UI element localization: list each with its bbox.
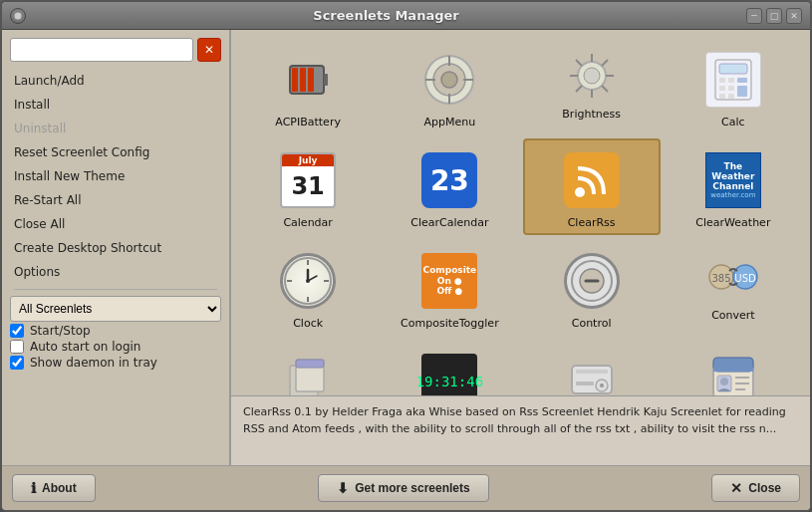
search-clear-button[interactable]: ✕ — [197, 38, 221, 62]
svg-line-19 — [576, 60, 582, 66]
get-more-label: Get more screenlets — [355, 481, 469, 495]
screenlet-calc[interactable]: Calc — [665, 38, 802, 134]
clock-label: Clock — [293, 317, 323, 330]
close-label: Close — [748, 481, 781, 495]
dropdown-row: All Screenlets Running Screenlets — [6, 296, 225, 322]
clearcalendar-label: ClearCalendar — [410, 216, 488, 229]
close-icon: ✕ — [730, 480, 742, 496]
appmenu-label: AppMenu — [424, 116, 476, 128]
screenlet-clearcalendar[interactable]: 23 ClearCalendar — [381, 138, 518, 235]
svg-rect-5 — [308, 68, 314, 92]
window-title: Screenlets Manager — [26, 8, 746, 23]
svg-rect-26 — [728, 78, 734, 83]
sidebar-item-close-all[interactable]: Close All — [6, 213, 225, 235]
clearcalendar-icon: 23 — [417, 148, 481, 212]
svg-rect-25 — [719, 78, 725, 83]
brightness-label: Brightness — [562, 108, 621, 121]
description-area: ClearRss 0.1 by Helder Fraga aka Whise b… — [231, 395, 810, 465]
svg-rect-4 — [300, 68, 306, 92]
svg-point-0 — [14, 12, 22, 20]
svg-rect-32 — [728, 94, 734, 99]
sidebar-item-options[interactable]: Options — [6, 261, 225, 283]
compositetoggler-icon: Composite On ● Off ● — [417, 249, 481, 313]
clock-icon — [276, 249, 340, 313]
get-more-icon: ⬇ — [337, 480, 349, 496]
start-stop-label[interactable]: Start/Stop — [30, 324, 91, 338]
screenlet-control[interactable]: Control — [523, 239, 661, 336]
screenlet-clearrss[interactable]: ClearRss — [523, 138, 661, 235]
convert-icon: 385 USD — [705, 249, 761, 305]
close-window-button[interactable]: ✕ — [786, 8, 802, 24]
digiclock-icon: 19:31:46 — [417, 350, 481, 395]
about-button[interactable]: ℹ About — [12, 474, 96, 502]
titlebar-controls-right: ─ □ ✕ — [746, 8, 802, 24]
start-stop-row: Start/Stop — [6, 324, 225, 338]
maximize-button[interactable]: □ — [766, 8, 782, 24]
titlebar-controls-left — [10, 8, 26, 24]
sidebar-item-create-shortcut[interactable]: Create Desktop Shortcut — [6, 237, 225, 259]
screenlet-calendar[interactable]: July 31 Calendar — [239, 138, 377, 235]
svg-line-22 — [576, 86, 582, 92]
evolutioncontacts-icon — [705, 350, 761, 395]
about-icon: ℹ — [31, 480, 36, 496]
svg-point-62 — [720, 378, 728, 385]
screenlet-evolutioncontacts[interactable]: EvolutionContacts — [665, 340, 802, 395]
diskusage-icon — [564, 350, 620, 395]
titlebar: Screenlets Manager ─ □ ✕ — [2, 2, 810, 30]
get-more-button[interactable]: ⬇ Get more screenlets — [318, 474, 488, 502]
clearweather-label: ClearWeather — [695, 216, 770, 229]
svg-point-8 — [441, 72, 457, 88]
svg-point-34 — [575, 187, 585, 197]
show-daemon-label[interactable]: Show daemon in tray — [30, 356, 157, 370]
start-stop-checkbox[interactable] — [10, 324, 24, 338]
svg-point-42 — [306, 279, 310, 283]
svg-rect-30 — [737, 86, 747, 97]
screenlet-copystack[interactable]: CopyStack — [239, 340, 377, 395]
clearrss-label: ClearRss — [568, 216, 616, 229]
sidebar-item-reset-config[interactable]: Reset Screenlet Config — [6, 141, 225, 163]
screenlet-convert[interactable]: 385 USD Convert — [665, 239, 802, 336]
copystack-icon — [280, 350, 336, 395]
calendar-icon: July 31 — [276, 148, 340, 212]
control-label: Control — [572, 317, 612, 330]
svg-rect-52 — [296, 360, 324, 368]
appmenu-icon — [417, 48, 481, 112]
screenlet-acpibattery[interactable]: ACPIBattery — [239, 38, 377, 134]
close-button[interactable]: ✕ Close — [711, 474, 800, 502]
screenlet-compositetoggler[interactable]: Composite On ● Off ● CompositeToggler — [381, 239, 518, 336]
screenlets-dropdown[interactable]: All Screenlets Running Screenlets — [10, 296, 221, 322]
right-panel: ACPIBattery — [231, 30, 810, 465]
calendar-label: Calendar — [283, 216, 332, 229]
svg-text:385: 385 — [711, 273, 730, 284]
sidebar-item-install-theme[interactable]: Install New Theme — [6, 165, 225, 187]
screenlet-appmenu[interactable]: AppMenu — [381, 38, 518, 134]
sidebar-item-restart-all[interactable]: Re-Start All — [6, 189, 225, 211]
auto-start-row: Auto start on login — [6, 340, 225, 354]
svg-rect-54 — [576, 370, 608, 374]
svg-rect-2 — [324, 74, 328, 86]
minimize-button[interactable]: ─ — [746, 8, 762, 24]
screenlet-digiclock[interactable]: 19:31:46 DigiClock — [381, 340, 518, 395]
show-daemon-checkbox[interactable] — [10, 356, 24, 370]
screenlet-clock[interactable]: Clock — [239, 239, 377, 336]
control-icon — [560, 249, 624, 313]
search-input[interactable] — [10, 38, 193, 62]
description-text: ClearRss 0.1 by Helder Fraga aka Whise b… — [243, 405, 786, 435]
sidebar-item-launch-add[interactable]: Launch/Add — [6, 70, 225, 92]
screenlet-brightness[interactable]: Brightness — [523, 38, 661, 134]
acpibattery-icon — [276, 48, 340, 112]
svg-rect-28 — [719, 86, 725, 91]
sidebar-item-install[interactable]: Install — [6, 94, 225, 116]
convert-label: Convert — [711, 309, 755, 322]
svg-rect-27 — [737, 78, 747, 83]
screenlet-diskusage[interactable]: Diskusage — [523, 340, 661, 395]
auto-start-checkbox[interactable] — [10, 340, 24, 354]
screenlet-clearweather[interactable]: The Weather Channel weather.com ClearWea… — [665, 138, 802, 235]
window-icon-btn[interactable] — [10, 8, 26, 24]
calc-label: Calc — [721, 116, 745, 128]
sidebar-separator — [14, 289, 217, 290]
calc-icon — [701, 48, 765, 112]
search-row: ✕ — [6, 38, 225, 62]
sidebar: ✕ Launch/Add Install Uninstall Reset Scr… — [2, 30, 231, 465]
auto-start-label[interactable]: Auto start on login — [30, 340, 140, 354]
